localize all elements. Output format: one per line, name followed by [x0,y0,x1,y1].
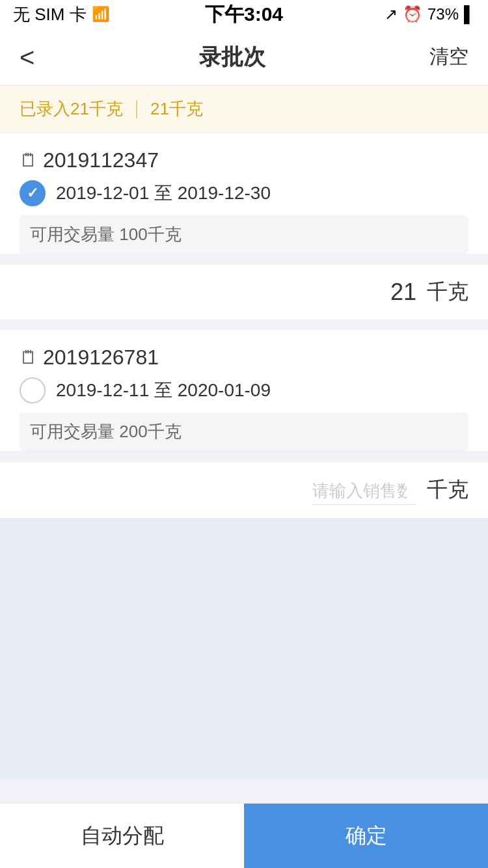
status-left: 无 SIM 卡 📶 [13,3,109,26]
wifi-icon: 📶 [92,6,109,23]
batch-2-available: 可用交易量 200千克 [20,413,468,451]
batch-2-id-icon: 🗒 [20,347,38,368]
batch-1-date: 2019-12-01 至 2019-12-30 [56,181,271,206]
batch-1-radio[interactable] [20,180,46,206]
batch-1-quantity-unit: 千克 [427,278,468,306]
batch-1-quantity-row: 21 千克 [0,264,488,319]
batch-2-date: 2019-12-11 至 2020-01-09 [56,378,271,403]
status-time: 下午3:04 [205,1,283,28]
batch-2-radio[interactable] [20,377,46,403]
batch-1-id-icon: 🗒 [20,150,38,171]
batch-1-available: 可用交易量 100千克 [20,215,468,254]
back-button[interactable]: < [20,44,34,70]
location-icon: ↗ [385,5,398,23]
bottom-buttons: 自动分配 确定 [0,803,488,868]
clear-button[interactable]: 清空 [429,44,468,70]
summary-label: 已录入21千克 [20,98,123,120]
batch-2-header: 🗒 2019126781 [20,346,468,370]
batch-1-header: 🗒 2019112347 [20,148,468,172]
status-right: ↗ ⏰ 73% ▌ [385,5,475,23]
page-title: 录批次 [199,42,265,72]
no-sim-label: 无 SIM 卡 [13,3,87,26]
confirm-button[interactable]: 确定 [244,804,488,868]
item-separator [0,319,488,330]
summary-divider [136,100,137,118]
batch-item-1: 🗒 2019112347 2019-12-01 至 2019-12-30 可用交… [0,133,488,254]
summary-value: 21千克 [150,98,203,120]
batch-1-quantity-value: 21 [390,278,416,306]
auto-distribute-button[interactable]: 自动分配 [0,804,244,868]
nav-bar: < 录批次 清空 [0,29,488,86]
alarm-icon: ⏰ [403,5,422,23]
batch-1-id: 2019112347 [43,148,159,172]
batch-item-2: 🗒 2019126781 2019-12-11 至 2020-01-09 可用交… [0,330,488,451]
battery-icon: ▌ [464,5,475,23]
battery-label: 73% [427,5,459,23]
status-bar: 无 SIM 卡 📶 下午3:04 ↗ ⏰ 73% ▌ [0,0,488,29]
batch-2-date-row: 2019-12-11 至 2020-01-09 [20,377,468,403]
bottom-area [0,518,488,778]
batch-2-quantity-row: 千克 [0,461,488,518]
batch-2-quantity-input[interactable] [312,475,416,505]
batch-2-quantity-unit: 千克 [427,476,468,504]
batch-1-date-row: 2019-12-01 至 2019-12-30 [20,180,468,206]
summary-bar: 已录入21千克 21千克 [0,86,488,133]
batch-2-id: 2019126781 [43,346,159,370]
